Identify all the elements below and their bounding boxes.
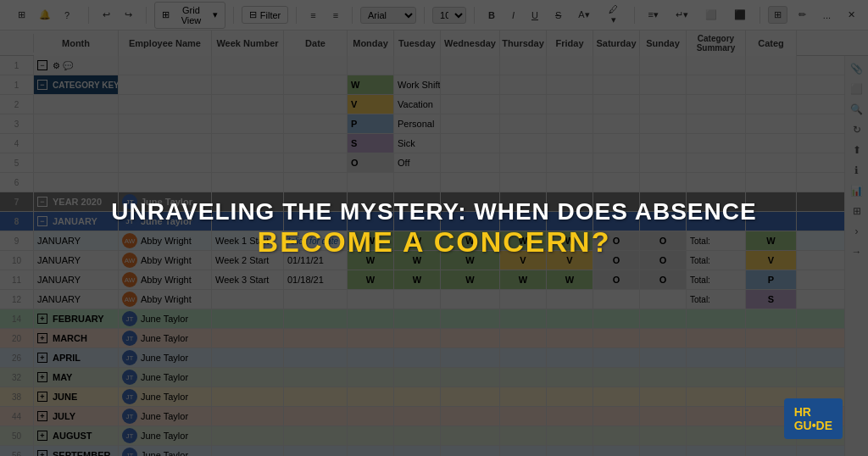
hr-logo-line1: HR [794,405,811,419]
hr-logo: HR GU•DE [784,398,843,439]
hr-logo-line2: GU•DE [794,419,832,432]
overlay-line1: UNRAVELING THE MYSTERY: WHEN DOES ABSENC… [111,198,756,225]
overlay-line2: BECOME A CONCERN? [258,225,611,259]
overlay: UNRAVELING THE MYSTERY: WHEN DOES ABSENC… [0,0,868,456]
